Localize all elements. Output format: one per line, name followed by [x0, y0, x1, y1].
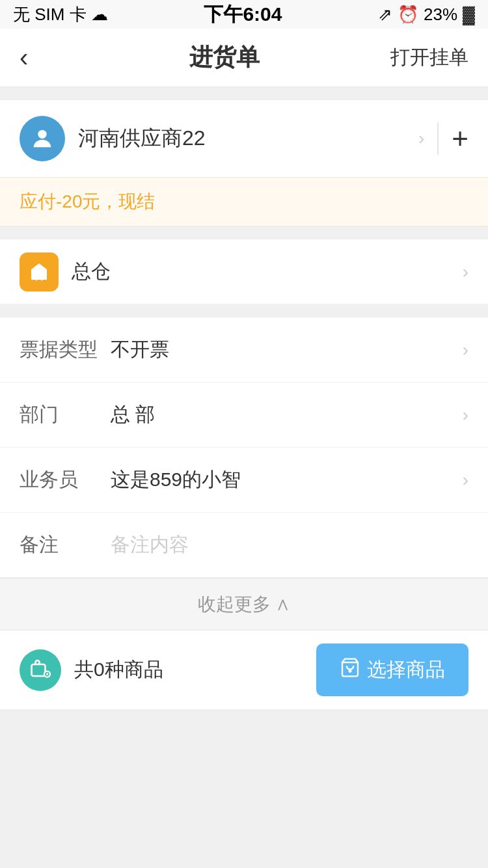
invoice-type-value: 不开票: [111, 336, 463, 363]
warehouse-name: 总仓: [72, 258, 463, 285]
supplier-chevron: ›: [418, 128, 424, 149]
warehouse-section: 总仓 ›: [0, 239, 488, 305]
divider-1: [0, 226, 488, 239]
person-icon: [29, 126, 55, 152]
top-divider: [0, 87, 488, 100]
invoice-type-chevron: ›: [463, 340, 468, 360]
status-right: ⇗ ⏰ 23% ▓: [378, 5, 475, 25]
divider-2: [0, 305, 488, 318]
warehouse-icon: [29, 262, 49, 282]
cart-add-icon: [340, 657, 360, 678]
battery-icon: ▓: [463, 5, 475, 25]
fields-section: 票据类型 不开票 › 部门 总 部 › 业务员 这是859的小智 › 备注 备注…: [0, 318, 488, 630]
gray-area: [0, 709, 488, 868]
remark-row[interactable]: 备注 备注内容: [0, 513, 488, 578]
salesperson-value: 这是859的小智: [111, 467, 463, 493]
salesperson-label: 业务员: [20, 467, 98, 493]
warehouse-icon-wrap: [20, 252, 59, 292]
invoice-type-row[interactable]: 票据类型 不开票 ›: [0, 318, 488, 383]
goods-icon-wrap: [20, 649, 61, 691]
status-time: 下午6:04: [204, 1, 282, 28]
department-value: 总 部: [111, 401, 463, 428]
department-chevron: ›: [463, 405, 468, 426]
status-bar: 无 SIM 卡 ☁ 下午6:04 ⇗ ⏰ 23% ▓: [0, 0, 488, 29]
alert-banner: 应付-20元，现结: [0, 177, 488, 226]
invoice-type-label: 票据类型: [20, 336, 98, 363]
status-left: 无 SIM 卡 ☁: [13, 3, 108, 26]
open-pending-button[interactable]: 打开挂单: [390, 44, 468, 71]
nav-bar: ‹ 进货单 打开挂单: [0, 29, 488, 87]
salesperson-chevron: ›: [463, 470, 468, 491]
page-title: 进货单: [189, 42, 260, 74]
collapse-label: 收起更多 ∧: [198, 592, 291, 617]
sim-status: 无 SIM 卡 ☁: [13, 3, 108, 26]
battery-level: 23%: [424, 5, 457, 25]
warehouse-row[interactable]: 总仓 ›: [0, 239, 488, 305]
svg-point-0: [38, 130, 46, 139]
select-goods-icon: [340, 657, 360, 683]
remark-value: 备注内容: [111, 532, 468, 558]
department-row[interactable]: 部门 总 部 ›: [0, 383, 488, 448]
bottom-bar: 共0种商品 选择商品: [0, 630, 488, 709]
select-goods-button[interactable]: 选择商品: [316, 644, 468, 696]
salesperson-row[interactable]: 业务员 这是859的小智 ›: [0, 448, 488, 513]
goods-icon: [29, 658, 52, 682]
department-label: 部门: [20, 401, 98, 428]
warehouse-chevron: ›: [463, 262, 468, 282]
supplier-avatar: [20, 116, 65, 161]
remark-label: 备注: [20, 532, 98, 558]
add-supplier-button[interactable]: +: [452, 122, 468, 155]
select-goods-label: 选择商品: [367, 657, 445, 683]
supplier-name: 河南供应商22: [78, 124, 418, 153]
svg-rect-1: [32, 664, 46, 676]
location-icon: ⇗: [378, 5, 392, 25]
back-button[interactable]: ‹: [20, 43, 59, 72]
collapse-button[interactable]: 收起更多 ∧: [0, 578, 488, 630]
supplier-section: 河南供应商22 › + 应付-20元，现结: [0, 100, 488, 226]
vertical-divider: [437, 122, 439, 155]
alarm-icon: ⏰: [398, 5, 418, 25]
supplier-row[interactable]: 河南供应商22 › +: [0, 100, 488, 177]
goods-count: 共0种商品: [74, 657, 316, 683]
